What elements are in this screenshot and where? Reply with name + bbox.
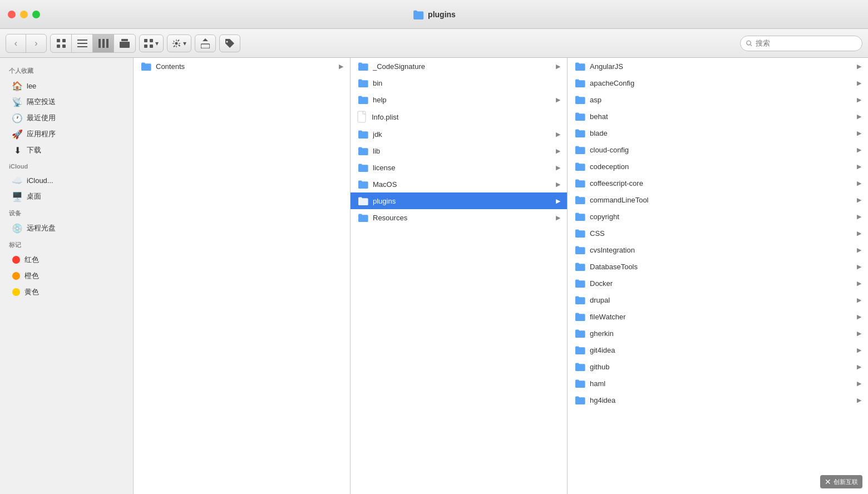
file-name: Resources: [373, 214, 551, 222]
sidebar-item-tag-orange[interactable]: 橙色: [3, 268, 130, 284]
icon-view-button[interactable]: [51, 34, 72, 52]
list-item[interactable]: git4idea▶: [568, 342, 868, 358]
search-input[interactable]: [756, 39, 856, 47]
list-item[interactable]: coffeescript-core▶: [568, 175, 868, 191]
sidebar-label-lee: lee: [27, 82, 36, 90]
tag-button[interactable]: [219, 34, 240, 52]
folder-icon: [357, 196, 368, 205]
sidebar-item-airdrop[interactable]: 📡 隔空投送: [3, 94, 130, 110]
forward-button[interactable]: ›: [26, 34, 46, 52]
gallery-view-button[interactable]: [114, 34, 135, 52]
file-name: behat: [590, 112, 852, 121]
minimize-button[interactable]: [20, 11, 28, 18]
sidebar-label-red: 红色: [24, 255, 39, 265]
close-button[interactable]: [8, 11, 16, 18]
back-button[interactable]: ‹: [6, 34, 26, 52]
list-item[interactable]: cloud-config▶: [568, 141, 868, 158]
list-item[interactable]: behat▶: [568, 108, 868, 125]
list-item[interactable]: drupal▶: [568, 292, 868, 308]
search-box[interactable]: [740, 36, 862, 51]
list-item[interactable]: copyright▶: [568, 208, 868, 225]
folder-icon: [357, 130, 368, 139]
list-item[interactable]: Info.plist: [351, 108, 567, 126]
list-item[interactable]: DatabaseTools▶: [568, 258, 868, 275]
folder-icon: [574, 195, 585, 204]
svg-rect-2: [57, 45, 60, 48]
sidebar-item-applications[interactable]: 🚀 应用程序: [3, 126, 130, 142]
group-dropdown[interactable]: ▾: [139, 34, 164, 52]
sidebar: 个人收藏 🏠 lee 📡 隔空投送 🕐 最近使用 🚀 应用程序 ⬇ 下载 iCl…: [0, 58, 134, 494]
list-item[interactable]: codeception▶: [568, 158, 868, 175]
chevron-right-icon: ▶: [857, 230, 861, 237]
folder-icon: [574, 212, 585, 221]
applications-icon: 🚀: [12, 129, 22, 139]
list-view-button[interactable]: [72, 34, 93, 52]
file-name: apacheConfig: [590, 79, 852, 87]
folder-icon: [574, 129, 585, 137]
list-item[interactable]: plugins ▶: [351, 192, 567, 209]
sidebar-item-lee[interactable]: 🏠 lee: [3, 78, 130, 93]
chevron-right-icon: ▶: [857, 180, 861, 187]
svg-point-16: [175, 42, 178, 45]
recent-icon: 🕐: [12, 113, 22, 123]
list-item[interactable]: license ▶: [351, 159, 567, 176]
sidebar-item-icloud[interactable]: ☁️ iCloud...: [3, 172, 130, 188]
list-item[interactable]: asp▶: [568, 91, 868, 108]
sidebar-section-tags: 标记: [0, 236, 133, 251]
list-item[interactable]: hg4idea▶: [568, 392, 868, 408]
list-item[interactable]: gherkin▶: [568, 325, 868, 342]
folder-icon: [574, 312, 585, 321]
sidebar-item-tag-yellow[interactable]: 黄色: [3, 284, 130, 300]
list-item[interactable]: fileWatcher▶: [568, 308, 868, 325]
chevron-right-icon: ▶: [857, 96, 861, 103]
folder-icon: [574, 362, 585, 371]
chevron-right-icon: ▶: [556, 197, 560, 205]
chevron-right-icon: ▶: [857, 363, 861, 370]
file-name: Info.plist: [372, 113, 560, 121]
svg-rect-0: [57, 39, 60, 42]
tag-orange-dot: [12, 272, 20, 280]
list-item[interactable]: Docker▶: [568, 275, 868, 292]
sidebar-label-airdrop: 隔空投送: [27, 97, 56, 107]
airdrop-icon: 📡: [12, 97, 22, 107]
chevron-right-icon: ▶: [857, 63, 861, 70]
column-view-button[interactable]: [93, 34, 114, 52]
list-item[interactable]: Resources ▶: [351, 209, 567, 226]
main-content: 个人收藏 🏠 lee 📡 隔空投送 🕐 最近使用 🚀 应用程序 ⬇ 下载 iCl…: [0, 58, 868, 494]
list-item[interactable]: _CodeSignature ▶: [351, 58, 567, 75]
icloud-icon: ☁️: [12, 175, 22, 185]
file-name: AngularJS: [590, 62, 852, 71]
list-item[interactable]: bin: [351, 75, 567, 91]
list-item[interactable]: jdk ▶: [351, 126, 567, 142]
sidebar-item-downloads[interactable]: ⬇ 下载: [3, 142, 130, 158]
list-item[interactable]: lib ▶: [351, 142, 567, 159]
file-name: license: [373, 164, 551, 172]
tag-yellow-dot: [12, 288, 20, 296]
list-item[interactable]: Contents ▶: [134, 58, 350, 75]
list-item[interactable]: cvsIntegration▶: [568, 241, 868, 258]
list-item[interactable]: help ▶: [351, 91, 567, 108]
list-item[interactable]: github▶: [568, 358, 868, 375]
folder-icon: [574, 95, 585, 104]
settings-dropdown[interactable]: ▾: [167, 34, 191, 52]
sidebar-item-recent[interactable]: 🕐 最近使用: [3, 110, 130, 126]
list-item[interactable]: commandLineTool▶: [568, 191, 868, 208]
folder-icon: [357, 213, 368, 222]
list-item[interactable]: haml▶: [568, 375, 868, 392]
list-item[interactable]: blade▶: [568, 125, 868, 141]
svg-point-19: [747, 41, 751, 45]
list-item[interactable]: AngularJS▶: [568, 58, 868, 75]
maximize-button[interactable]: [32, 11, 40, 18]
file-name: gherkin: [590, 329, 852, 338]
chevron-right-icon: ▶: [556, 131, 560, 138]
sidebar-item-desktop[interactable]: 🖥️ 桌面: [3, 189, 130, 204]
folder-icon: [574, 295, 585, 304]
list-item[interactable]: CSS▶: [568, 225, 868, 241]
sidebar-item-tag-red[interactable]: 红色: [3, 252, 130, 268]
share-button[interactable]: [195, 34, 216, 52]
file-name: drupal: [590, 296, 852, 304]
list-item[interactable]: MacOS ▶: [351, 176, 567, 192]
file-name: help: [373, 96, 551, 104]
sidebar-item-remotedisc[interactable]: 💿 远程光盘: [3, 220, 130, 236]
list-item[interactable]: apacheConfig▶: [568, 75, 868, 91]
